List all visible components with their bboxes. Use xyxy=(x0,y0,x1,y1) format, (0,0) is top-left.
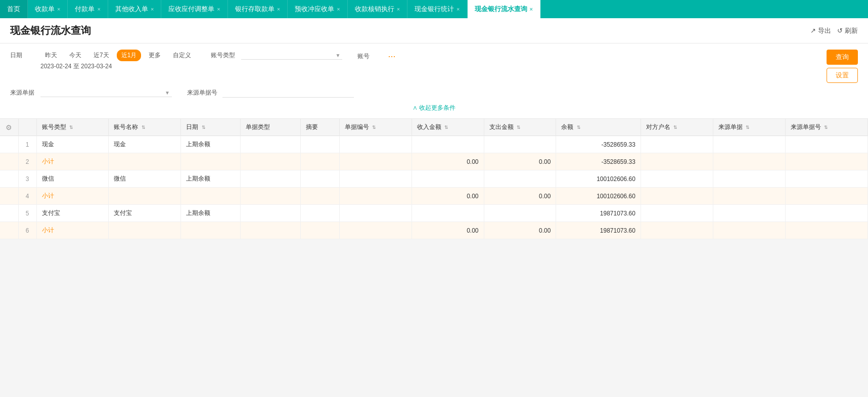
cell-doc-type xyxy=(241,153,300,170)
gear-icon[interactable]: ⚙ xyxy=(6,123,12,131)
nav-close-ar-ap-adjust[interactable]: × xyxy=(217,6,220,12)
collapse-filters-button[interactable]: ∧ 收起更多条件 xyxy=(10,102,858,114)
cell-date: 上期余额 xyxy=(181,136,241,153)
cell-source-doc-no xyxy=(785,205,867,222)
col-account-name[interactable]: 账号名称 ⇅ xyxy=(109,119,181,136)
cell-summary xyxy=(300,136,339,153)
refresh-button[interactable]: ↺ 刷新 xyxy=(837,26,858,35)
col-num xyxy=(18,119,36,136)
date-options: 昨天 今天 近7天 近1月 更多 自定义 xyxy=(40,50,196,61)
table-row: 2小计0.000.00-3528659.33 xyxy=(0,153,868,170)
nav-item-other-income[interactable]: 其他收入单 × xyxy=(108,0,161,18)
cell-doc-type xyxy=(241,170,300,188)
export-button[interactable]: ↗ 导出 xyxy=(810,26,831,35)
nav-close-cash-bank-stat[interactable]: × xyxy=(456,6,460,12)
nav-close-cash-bank-flow[interactable]: × xyxy=(530,6,533,12)
nav-item-prepaid-offset[interactable]: 预收冲应收单 × xyxy=(288,0,347,18)
nav-close-payment[interactable]: × xyxy=(97,6,100,12)
cell-date: 上期余额 xyxy=(181,205,241,222)
date-btn-custom[interactable]: 自定义 xyxy=(168,50,196,61)
top-navigation: 首页 收款单 × 付款单 × 其他收入单 × 应收应付调整单 × 银行存取款单 … xyxy=(0,0,868,18)
source-doc-no-input[interactable] xyxy=(222,88,354,98)
nav-item-cash-bank-flow[interactable]: 现金银行流水查询 × xyxy=(468,0,540,18)
sort-icon-doc-no: ⇅ xyxy=(372,125,376,130)
nav-item-verify-exec[interactable]: 收款核销执行 × xyxy=(348,0,407,18)
nav-close-receipt[interactable]: × xyxy=(57,6,60,12)
nav-item-payment[interactable]: 付款单 × xyxy=(68,0,108,18)
query-button[interactable]: 查询 xyxy=(827,50,858,65)
table-row: 5支付宝支付宝上期余额19871073.60 xyxy=(0,205,868,222)
cell-counterparty xyxy=(641,222,713,239)
col-doc-no[interactable]: 单据编号 ⇅ xyxy=(339,119,412,136)
account-dots-button[interactable]: ··· xyxy=(388,51,395,62)
date-btn-more[interactable]: 更多 xyxy=(144,50,165,61)
cell-summary xyxy=(300,188,339,205)
cell-expense: 0.00 xyxy=(484,188,556,205)
settings-button[interactable]: 设置 xyxy=(827,68,858,83)
col-income[interactable]: 收入金额 ⇅ xyxy=(412,119,484,136)
account-type-select[interactable]: ▼ xyxy=(241,52,342,60)
nav-close-other-income[interactable]: × xyxy=(151,6,154,12)
source-doc-dropdown-icon: ▼ xyxy=(165,90,170,96)
main-table: ⚙ 账号类型 ⇅ 账号名称 ⇅ 日期 ⇅ 单据类型 xyxy=(0,119,868,239)
cell-summary xyxy=(300,170,339,188)
cell-source-doc-no xyxy=(785,170,867,188)
cell-account-name xyxy=(109,188,181,205)
cell-date xyxy=(181,153,241,170)
sort-icon-account-type: ⇅ xyxy=(69,125,73,130)
nav-item-ar-ap-adjust[interactable]: 应收应付调整单 × xyxy=(161,0,227,18)
cell-balance: -3528659.33 xyxy=(556,153,641,170)
cell-counterparty xyxy=(641,188,713,205)
nav-item-home[interactable]: 首页 xyxy=(0,0,28,18)
page-title: 现金银行流水查询 xyxy=(10,24,91,37)
date-btn-today[interactable]: 今天 xyxy=(65,50,86,61)
cell-source-doc xyxy=(713,222,785,239)
cell-balance: 19871073.60 xyxy=(556,205,641,222)
cell-date: 上期余额 xyxy=(181,170,241,188)
cell-balance: -3528659.33 xyxy=(556,136,641,153)
date-btn-7days[interactable]: 近7天 xyxy=(89,50,114,61)
cell-account-type: 微信 xyxy=(36,170,109,188)
nav-close-prepaid-offset[interactable]: × xyxy=(337,6,340,12)
source-doc-select[interactable]: ▼ xyxy=(40,89,172,97)
col-date[interactable]: 日期 ⇅ xyxy=(181,119,241,136)
cell-expense xyxy=(484,170,556,188)
cell-source-doc-no xyxy=(785,222,867,239)
cell-gear xyxy=(0,205,18,222)
nav-label-bank-deposit: 银行存取款单 xyxy=(235,5,275,14)
cell-counterparty xyxy=(641,136,713,153)
sort-icon-source-doc: ⇅ xyxy=(746,125,750,130)
nav-close-verify-exec[interactable]: × xyxy=(397,6,400,12)
nav-label-payment: 付款单 xyxy=(75,5,95,14)
col-source-doc[interactable]: 来源单据 ⇅ xyxy=(713,119,785,136)
cell-doc-type xyxy=(241,222,300,239)
col-expense[interactable]: 支出金额 ⇅ xyxy=(484,119,556,136)
sort-icon-income: ⇅ xyxy=(444,125,448,130)
cell-account-type: 小计 xyxy=(36,222,109,239)
cell-income: 0.00 xyxy=(412,188,484,205)
col-source-doc-no[interactable]: 来源单据号 ⇅ xyxy=(785,119,867,136)
nav-item-bank-deposit[interactable]: 银行存取款单 × xyxy=(228,0,288,18)
cell-gear xyxy=(0,153,18,170)
col-balance[interactable]: 余额 ⇅ xyxy=(556,119,641,136)
cell-num: 3 xyxy=(18,170,36,188)
refresh-icon: ↺ xyxy=(837,27,843,34)
table-header-row: ⚙ 账号类型 ⇅ 账号名称 ⇅ 日期 ⇅ 单据类型 xyxy=(0,119,868,136)
cell-num: 6 xyxy=(18,222,36,239)
cell-expense: 0.00 xyxy=(484,222,556,239)
col-counterparty[interactable]: 对方户名 ⇅ xyxy=(641,119,713,136)
cell-num: 5 xyxy=(18,205,36,222)
cell-doc-no xyxy=(339,136,412,153)
cell-gear xyxy=(0,222,18,239)
nav-label-other-income: 其他收入单 xyxy=(115,5,148,14)
col-account-type[interactable]: 账号类型 ⇅ xyxy=(36,119,109,136)
account-type-label: 账号类型 xyxy=(211,51,236,60)
nav-item-cash-bank-stat[interactable]: 现金银行统计 × xyxy=(407,0,467,18)
date-btn-1month[interactable]: 近1月 xyxy=(117,50,142,61)
cell-num: 1 xyxy=(18,136,36,153)
nav-close-bank-deposit[interactable]: × xyxy=(277,6,280,12)
date-btn-yesterday[interactable]: 昨天 xyxy=(40,50,62,61)
nav-item-receipt[interactable]: 收款单 × xyxy=(28,0,68,18)
cell-income xyxy=(412,170,484,188)
col-gear[interactable]: ⚙ xyxy=(0,119,18,136)
